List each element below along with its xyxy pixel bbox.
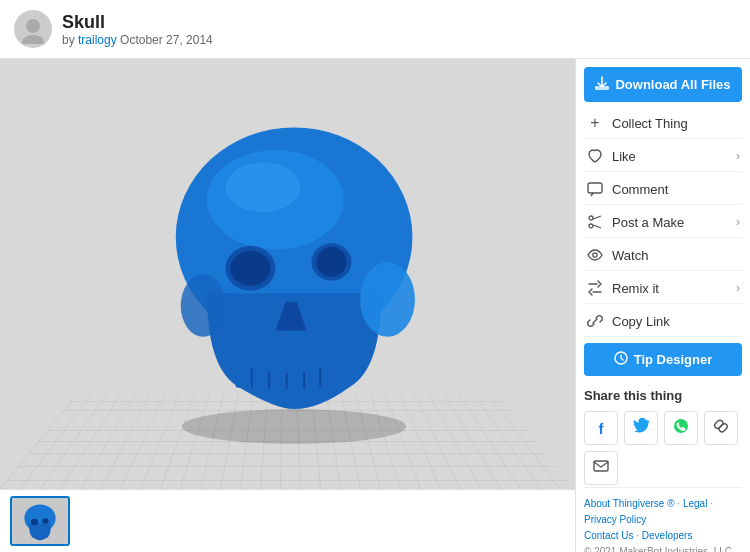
eye-icon xyxy=(586,246,604,264)
right-panel: Download All Files + Collect Thing Like … xyxy=(575,59,750,552)
title-area: Skull by trailogy October 27, 2014 xyxy=(62,12,213,47)
author-link[interactable]: trailogy xyxy=(78,33,117,47)
svg-rect-10 xyxy=(254,371,268,388)
svg-point-26 xyxy=(42,518,48,524)
publish-date: October 27, 2014 xyxy=(120,33,213,47)
svg-point-22 xyxy=(225,162,300,212)
plus-icon: + xyxy=(586,114,604,132)
remix-icon xyxy=(586,279,604,297)
svg-point-20 xyxy=(360,262,415,337)
like-label: Like xyxy=(612,149,728,164)
post-make-arrow: › xyxy=(736,215,740,229)
download-icon xyxy=(595,76,609,93)
skull-image xyxy=(101,81,475,468)
footer-contact[interactable]: Contact Us xyxy=(584,530,633,541)
like-item[interactable]: Like › xyxy=(584,141,742,172)
svg-point-29 xyxy=(589,224,593,228)
svg-rect-13 xyxy=(306,371,318,388)
email-icon xyxy=(593,458,609,478)
post-make-item[interactable]: Post a Make › xyxy=(584,207,742,238)
remix-label: Remix it xyxy=(612,281,728,296)
remix-item[interactable]: Remix it › xyxy=(584,273,742,304)
whatsapp-icon xyxy=(673,418,689,438)
like-arrow: › xyxy=(736,149,740,163)
download-button[interactable]: Download All Files xyxy=(584,67,742,102)
svg-rect-14 xyxy=(322,367,334,386)
svg-rect-12 xyxy=(289,372,303,388)
svg-point-34 xyxy=(674,419,688,433)
comment-icon xyxy=(586,180,604,198)
meta-info: by trailogy October 27, 2014 xyxy=(62,33,213,47)
svg-point-21 xyxy=(180,274,225,336)
email-share-button[interactable] xyxy=(584,451,618,485)
footer-links: About Thingiverse ® · Legal · Privacy Po… xyxy=(584,487,742,552)
footer-developers[interactable]: Developers xyxy=(642,530,693,541)
tip-icon xyxy=(614,351,628,368)
share-title: Share this thing xyxy=(584,388,742,403)
watch-item[interactable]: Watch xyxy=(584,240,742,271)
page-header: Skull by trailogy October 27, 2014 xyxy=(0,0,750,59)
svg-rect-11 xyxy=(271,372,285,388)
page-title: Skull xyxy=(62,12,213,33)
copy-link-label: Copy Link xyxy=(612,314,740,329)
chain-link-icon xyxy=(713,418,729,438)
heart-icon xyxy=(586,147,604,165)
comment-item[interactable]: Comment xyxy=(584,174,742,205)
main-image xyxy=(0,59,575,489)
main-content: Download All Files + Collect Thing Like … xyxy=(0,59,750,552)
svg-point-2 xyxy=(182,409,406,444)
collect-label: Collect Thing xyxy=(612,116,740,131)
footer-about[interactable]: About Thingiverse ® xyxy=(584,498,675,509)
comment-label: Comment xyxy=(612,182,740,197)
svg-line-30 xyxy=(593,216,601,219)
svg-line-31 xyxy=(593,225,601,228)
twitter-share-button[interactable] xyxy=(624,411,658,445)
facebook-share-button[interactable]: f xyxy=(584,411,618,445)
svg-rect-9 xyxy=(235,367,250,387)
svg-point-28 xyxy=(589,216,593,220)
scissors-icon xyxy=(586,213,604,231)
svg-rect-35 xyxy=(594,461,608,471)
svg-point-6 xyxy=(230,250,270,285)
left-panel xyxy=(0,59,575,552)
thumbnail-item[interactable] xyxy=(10,496,70,546)
footer-privacy[interactable]: Privacy Policy xyxy=(584,514,646,525)
thumbnail-skull xyxy=(12,498,68,544)
avatar xyxy=(14,10,52,48)
svg-point-8 xyxy=(316,247,346,277)
link-icon xyxy=(586,312,604,330)
share-icons: f xyxy=(584,411,742,485)
tip-label: Tip Designer xyxy=(634,352,713,367)
footer-legal[interactable]: Legal xyxy=(683,498,707,509)
svg-point-0 xyxy=(26,19,40,33)
svg-rect-27 xyxy=(588,183,602,193)
watch-label: Watch xyxy=(612,248,740,263)
svg-point-1 xyxy=(22,35,44,44)
twitter-icon xyxy=(633,418,649,438)
footer-copyright: © 2021 MakerBot Industries, LLC xyxy=(584,546,732,552)
svg-point-32 xyxy=(593,253,597,257)
copy-link-item[interactable]: Copy Link xyxy=(584,306,742,337)
svg-point-25 xyxy=(31,519,38,525)
whatsapp-share-button[interactable] xyxy=(664,411,698,445)
download-label: Download All Files xyxy=(615,77,730,92)
tip-designer-button[interactable]: Tip Designer xyxy=(584,343,742,376)
facebook-icon: f xyxy=(599,420,604,437)
share-section: Share this thing f xyxy=(584,388,742,485)
remix-arrow: › xyxy=(736,281,740,295)
post-make-label: Post a Make xyxy=(612,215,728,230)
copy-link-share-button[interactable] xyxy=(704,411,738,445)
thumbnail-row xyxy=(0,489,575,552)
collect-item[interactable]: + Collect Thing xyxy=(584,108,742,139)
